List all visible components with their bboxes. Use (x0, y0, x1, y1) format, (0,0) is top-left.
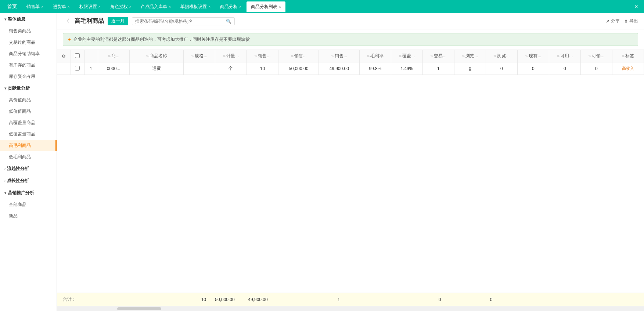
sidebar-group-growth[interactable]: › 成长性分析 (0, 175, 57, 187)
sidebar: ▾ 整体信息 销售类商品 交易过的商品 商品分销助销率 有库存的商品 库存资金占… (0, 13, 57, 311)
col-sales-cost[interactable]: ⇅销售... (319, 50, 360, 62)
col-transaction[interactable]: ⇅交易... (422, 50, 454, 62)
nav-tab-permission[interactable]: 权限设置 × (75, 1, 105, 12)
cell-gross-rate: 99.8% (359, 62, 391, 75)
sidebar-item-high-margin[interactable]: 高毛利商品 (0, 140, 57, 151)
info-icon: ✦ (68, 37, 71, 42)
cell-checkbox[interactable] (71, 62, 84, 75)
search-box: 🔍 (132, 17, 235, 25)
row-checkbox[interactable] (75, 66, 80, 70)
sidebar-item-low-coverage[interactable]: 低覆盖量商品 (0, 129, 57, 140)
expand-icon: ▾ (4, 17, 6, 21)
sidebar-group-marketing[interactable]: ▾ 营销推广分析 (0, 187, 57, 199)
top-navigation: 首页 销售单 × 进货单 × 权限设置 × 角色授权 × 产成品入库单 × 单据… (0, 0, 644, 13)
data-table-container: ⚙ ⇅商... ⇅商品名称 ⇅规格... (57, 50, 644, 293)
col-checkbox[interactable] (71, 50, 84, 62)
col-gross-rate[interactable]: ⇅毛利率 (359, 50, 391, 62)
nav-tab-analysis-list[interactable]: 商品分析列表 × (247, 1, 285, 12)
col-sales-qty[interactable]: ⇅销售... (247, 50, 278, 62)
main-container: ▾ 整体信息 销售类商品 交易过的商品 商品分销助销率 有库存的商品 库存资金占… (0, 13, 644, 311)
collapse-sidebar-button[interactable]: 《 (63, 17, 71, 25)
sort-icon: ⇅ (557, 54, 560, 58)
col-browse2[interactable]: ⇅浏览... (486, 50, 517, 62)
sort-icon: ⇅ (367, 54, 370, 58)
sidebar-group-trend[interactable]: › 流趋性分析 (0, 163, 57, 175)
col-num (84, 50, 98, 62)
close-icon[interactable]: × (239, 5, 241, 9)
footer-values: 10 50,000.00 49,900.00 1 0 0 (83, 297, 638, 302)
sidebar-item-low-margin[interactable]: 低毛利商品 (0, 151, 57, 163)
col-spec[interactable]: ⇅规格... (183, 50, 215, 62)
sidebar-item-new-goods[interactable]: 新品 (0, 210, 57, 222)
sidebar-item-low-value[interactable]: 低价值商品 (0, 106, 57, 117)
sidebar-item-distribution-rate[interactable]: 商品分销助销率 (0, 48, 57, 59)
data-table: ⚙ ⇅商... ⇅商品名称 ⇅规格... (57, 50, 644, 75)
scroll-thumb[interactable] (117, 307, 161, 310)
content-area: 《 高毛利商品 近一月 🔍 ↗ 分享 ⬆ 导出 ✦ 企业的主要的利润都是这部 (57, 13, 644, 311)
close-icon[interactable]: × (41, 5, 43, 9)
cell-browse1[interactable]: 0 (454, 62, 486, 75)
sidebar-item-high-coverage[interactable]: 高覆盖量商品 (0, 117, 57, 129)
sidebar-item-traded-goods[interactable]: 交易过的商品 (0, 37, 57, 48)
sort-icon: ⇅ (622, 54, 625, 58)
cell-sales-qty: 10 (247, 62, 278, 75)
col-unit[interactable]: ⇅计量... (215, 50, 247, 62)
select-all-checkbox[interactable] (75, 53, 80, 58)
cell-tag: 高收入 (612, 62, 644, 75)
footer-stock-current: 0 (403, 297, 476, 302)
nav-tab-template[interactable]: 单据模板设置 × (176, 1, 215, 12)
close-all-tabs[interactable]: × (631, 3, 641, 11)
footer-sales-qty: 10 (83, 297, 208, 302)
nav-tab-purchase[interactable]: 进货单 × (48, 1, 74, 12)
col-stock-available[interactable]: ⇅可用... (549, 50, 580, 62)
cell-sales-cost: 49,900.00 (319, 62, 360, 75)
search-icon[interactable]: 🔍 (226, 19, 231, 24)
nav-tab-analysis[interactable]: 商品分析 × (216, 1, 246, 12)
nav-tab-role[interactable]: 角色授权 × (106, 1, 136, 12)
close-icon[interactable]: × (169, 5, 171, 9)
horizontal-scrollbar[interactable] (57, 306, 644, 311)
sidebar-item-all-goods[interactable]: 全部商品 (0, 199, 57, 210)
nav-tab-sales[interactable]: 销售单 × (22, 1, 48, 12)
nav-tab-warehouse[interactable]: 产成品入库单 × (136, 1, 175, 12)
sort-icon: ⇅ (462, 54, 465, 58)
close-icon[interactable]: × (98, 5, 101, 9)
sidebar-item-stock-funds[interactable]: 库存资金占用 (0, 71, 57, 82)
cell-spec (183, 62, 215, 75)
cell-sales-amount: 50,000.00 (278, 62, 319, 75)
col-settings[interactable]: ⚙ (57, 50, 71, 62)
col-stock-current[interactable]: ⇅现有... (517, 50, 549, 62)
col-tag[interactable]: ⇅标签 (612, 50, 644, 62)
col-code[interactable]: ⇅商... (98, 50, 129, 62)
col-stock-sell[interactable]: ⇅可销... (580, 50, 612, 62)
footer-transaction: 1 (274, 297, 403, 302)
expand-icon: ▾ (4, 191, 6, 195)
sidebar-item-high-value[interactable]: 高价值商品 (0, 94, 57, 106)
sort-icon: ⇅ (493, 54, 496, 58)
close-icon[interactable]: × (129, 5, 132, 9)
col-coverage[interactable]: ⇅覆盖... (391, 50, 422, 62)
period-button[interactable]: 近一月 (108, 17, 128, 25)
info-banner: ✦ 企业的主要的利润都是这部分商品创造的，可考虑加大推广，同时关注库存是不要出现… (63, 33, 638, 46)
footer-sales-cost: 49,900.00 (241, 297, 274, 302)
nav-tab-home[interactable]: 首页 (3, 1, 21, 12)
sidebar-item-in-stock-goods[interactable]: 有库存的商品 (0, 59, 57, 71)
expand-icon: › (4, 167, 6, 171)
col-name[interactable]: ⇅商品名称 (129, 50, 183, 62)
search-input[interactable] (135, 19, 224, 24)
col-sales-amount[interactable]: ⇅销售... (278, 50, 319, 62)
cell-stock-available: 0 (549, 62, 580, 75)
export-button[interactable]: ⬆ 导出 (624, 18, 638, 24)
col-browse1[interactable]: ⇅浏览... (454, 50, 486, 62)
share-button[interactable]: ↗ 分享 (606, 18, 620, 24)
cell-stock-current: 0 (517, 62, 549, 75)
close-icon[interactable]: × (68, 5, 70, 9)
page-title: 高毛利商品 (75, 17, 104, 25)
sort-icon: ⇅ (430, 54, 433, 58)
close-icon[interactable]: × (279, 5, 281, 9)
expand-icon: › (4, 179, 6, 183)
sidebar-item-sales-goods[interactable]: 销售类商品 (0, 25, 57, 37)
sidebar-group-overall[interactable]: ▾ 整体信息 (0, 13, 57, 25)
sidebar-group-contribution[interactable]: ▾ 贡献量分析 (0, 82, 57, 94)
close-icon[interactable]: × (208, 5, 211, 9)
